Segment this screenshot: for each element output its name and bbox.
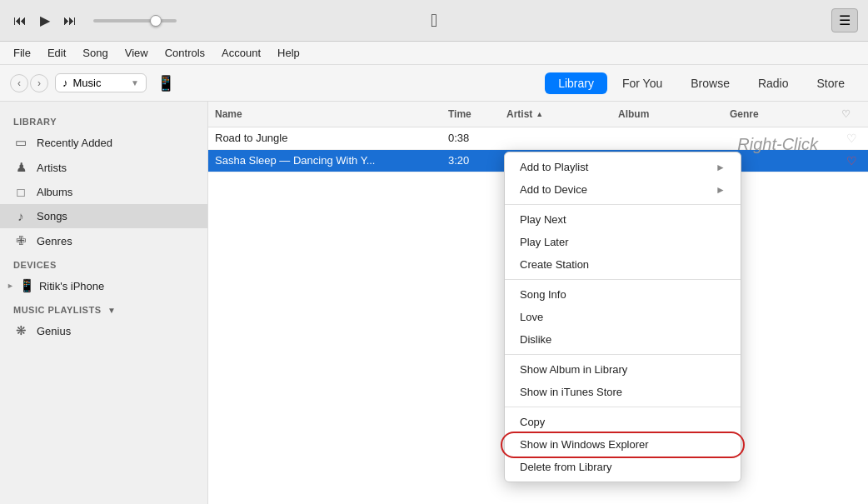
ctx-dislike[interactable]: Dislike (505, 328, 741, 351)
music-note-icon: ♪ (62, 77, 68, 89)
ctx-divider-4 (505, 407, 741, 407)
sidebar-item-genius[interactable]: ❋ Genius (0, 318, 207, 343)
ctx-play-later-label: Play Later (520, 236, 569, 248)
tab-browse[interactable]: Browse (677, 72, 743, 94)
header-genre[interactable]: Genre (723, 105, 835, 123)
menu-help[interactable]: Help (271, 45, 307, 61)
ctx-add-to-playlist[interactable]: Add to Playlist ► (505, 156, 741, 178)
cell-name-2: Sasha Sleep — Dancing With Y... (208, 150, 441, 172)
rewind-button[interactable]: ⏮ (10, 10, 30, 32)
ctx-delete-label: Delete from Library (520, 461, 612, 473)
header-heart: ♡ (835, 105, 868, 123)
heart-1[interactable]: ♡ (835, 127, 868, 149)
music-selector[interactable]: ♪ Music ▼ (55, 73, 147, 92)
tab-for-you[interactable]: For You (609, 72, 676, 94)
ctx-play-later[interactable]: Play Later (505, 231, 741, 253)
transport-controls: ⏮ ▶ ⏭ (10, 9, 177, 32)
genres-label: Genres (37, 235, 72, 247)
ctx-divider-2 (505, 279, 741, 280)
table-header: Name Time Artist ▲ Album Genre ♡ (208, 102, 868, 127)
forward-button[interactable]: › (30, 74, 48, 92)
ctx-love-label: Love (520, 311, 543, 323)
tab-radio[interactable]: Radio (745, 72, 802, 94)
ctx-song-info[interactable]: Song Info (505, 283, 741, 306)
back-button[interactable]: ‹ (10, 74, 28, 92)
genius-icon: ❋ (13, 323, 28, 338)
apple-logo:  (431, 10, 437, 32)
ctx-copy-label: Copy (520, 416, 545, 428)
sidebar-item-songs[interactable]: ♪ Songs (0, 204, 207, 228)
playlists-expand-icon[interactable]: ▼ (107, 306, 116, 315)
right-click-label: Right-Click (737, 135, 818, 154)
sidebar: Library ▭ Recently Added ♟ Artists □ Alb… (0, 102, 208, 504)
ctx-add-to-device[interactable]: Add to Device ► (505, 178, 741, 201)
ctx-divider-3 (505, 354, 741, 355)
device-button[interactable]: 📱 (153, 74, 178, 92)
ctx-arrow-1: ► (716, 184, 726, 196)
tab-store[interactable]: Store (804, 72, 858, 94)
header-name[interactable]: Name (208, 105, 441, 123)
ctx-copy[interactable]: Copy (505, 411, 741, 433)
volume-slider[interactable] (93, 19, 177, 22)
artist-label: Artist (506, 108, 532, 120)
menu-file[interactable]: File (7, 45, 37, 61)
play-button[interactable]: ▶ (37, 9, 53, 32)
menu-view[interactable]: View (118, 45, 155, 61)
context-menu: Add to Playlist ► Add to Device ► Play N… (504, 152, 741, 482)
artists-icon: ♟ (13, 160, 28, 175)
nav-tabs: Library For You Browse Radio Store (545, 72, 858, 94)
header-album[interactable]: Album (611, 105, 723, 123)
songs-label: Songs (37, 210, 67, 222)
ctx-song-info-label: Song Info (520, 288, 566, 301)
recently-added-label: Recently Added (37, 137, 112, 149)
tab-library[interactable]: Library (545, 72, 607, 94)
ctx-show-album[interactable]: Show Album in Library (505, 358, 741, 381)
menu-account[interactable]: Account (215, 45, 267, 61)
header-artist[interactable]: Artist ▲ (500, 105, 611, 123)
sort-up-icon: ▲ (536, 110, 543, 118)
playlists-label: Music Playlists (13, 305, 102, 315)
ctx-add-to-device-label: Add to Device (520, 183, 587, 196)
ctx-create-station[interactable]: Create Station (505, 253, 741, 276)
list-view-button[interactable]: ☰ (831, 8, 858, 32)
volume-thumb[interactable] (150, 15, 162, 27)
sidebar-item-genres[interactable]: ✙ Genres (0, 228, 207, 253)
menu-controls[interactable]: Controls (158, 45, 212, 61)
ctx-add-to-playlist-label: Add to Playlist (520, 161, 588, 173)
ctx-create-station-label: Create Station (520, 258, 589, 271)
ctx-show-in-explorer-label: Show in Windows Explorer (520, 438, 649, 451)
heart-2[interactable]: ♡ (835, 150, 868, 172)
ctx-show-itunes[interactable]: Show in iTunes Store (505, 381, 741, 403)
ctx-delete[interactable]: Delete from Library (505, 456, 741, 478)
chevron-down-icon: ▼ (131, 78, 139, 87)
albums-label: Albums (37, 186, 72, 198)
albums-icon: □ (13, 185, 28, 199)
devices-section-title: Devices (0, 253, 207, 273)
menu-song[interactable]: Song (76, 45, 114, 61)
songs-icon: ♪ (13, 209, 28, 223)
nav-bar: ‹ › ♪ Music ▼ 📱 Library For You Browse R… (0, 65, 868, 102)
expand-icon: ► (7, 282, 14, 290)
music-label: Music (73, 77, 102, 89)
ctx-dislike-label: Dislike (520, 333, 551, 346)
menu-bar: File Edit Song View Controls Account Hel… (0, 42, 868, 65)
fast-forward-button[interactable]: ⏭ (60, 10, 80, 32)
genres-icon: ✙ (13, 233, 28, 248)
artists-label: Artists (37, 162, 67, 174)
cell-name-1: Road to Jungle (208, 127, 441, 149)
menu-edit[interactable]: Edit (41, 45, 72, 61)
sidebar-item-albums[interactable]: □ Albums (0, 180, 207, 204)
library-section-title: Library (0, 110, 207, 130)
ctx-love[interactable]: Love (505, 306, 741, 328)
ctx-divider-1 (505, 204, 741, 205)
header-time[interactable]: Time (441, 105, 500, 123)
ctx-arrow-0: ► (716, 162, 726, 173)
sidebar-item-recently-added[interactable]: ▭ Recently Added (0, 130, 207, 155)
cell-album-1 (611, 127, 723, 149)
iphone-label: Ritik's iPhone (39, 280, 104, 292)
sidebar-item-iphone[interactable]: ► 📱 Ritik's iPhone (0, 273, 207, 298)
sidebar-item-artists[interactable]: ♟ Artists (0, 155, 207, 180)
ctx-play-next[interactable]: Play Next (505, 208, 741, 231)
ctx-show-in-explorer[interactable]: Show in Windows Explorer (505, 433, 741, 456)
recently-added-icon: ▭ (13, 135, 28, 150)
